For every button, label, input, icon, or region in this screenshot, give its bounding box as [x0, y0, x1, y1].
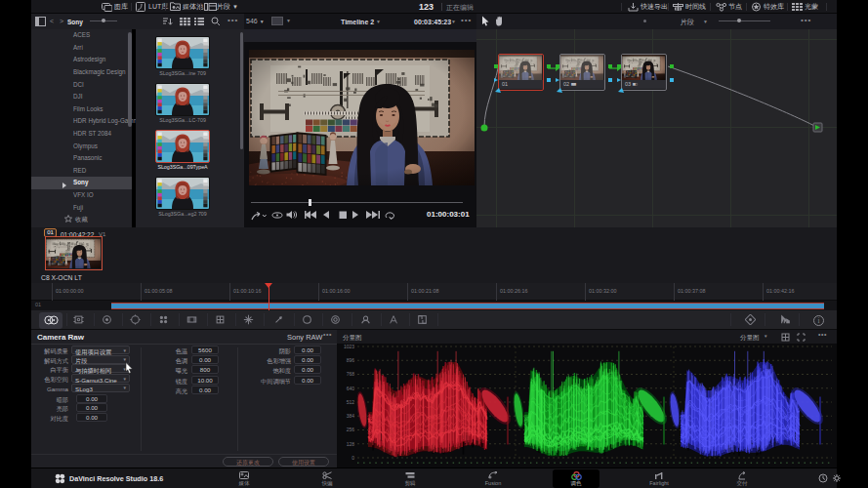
svg-text:i: i: [817, 316, 819, 325]
